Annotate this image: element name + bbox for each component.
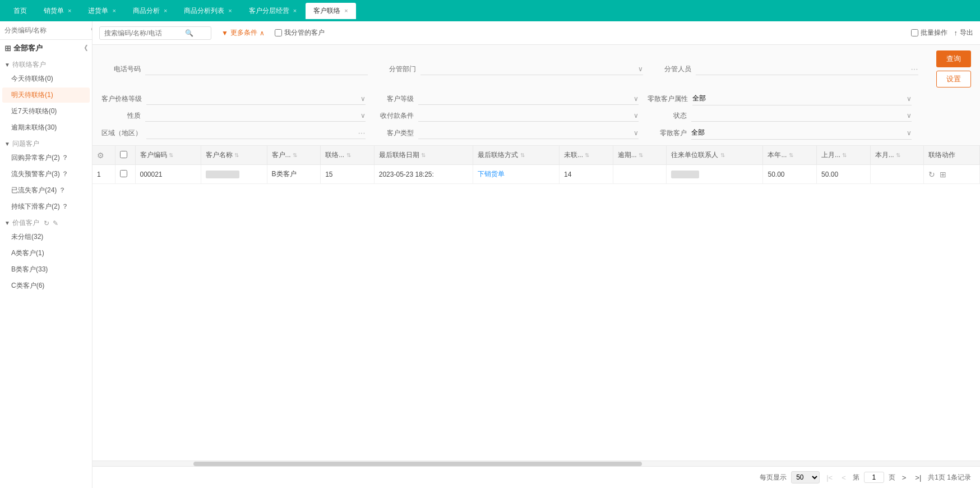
refresh-action-icon[interactable]: ↻ (928, 170, 935, 179)
sort-icon[interactable]: ⇅ (346, 152, 351, 158)
main-search-input[interactable] (104, 29, 183, 37)
close-icon[interactable]: × (228, 7, 232, 14)
filter-status: 状态 ∨ (648, 110, 912, 122)
sort-icon[interactable]: ⇅ (169, 152, 173, 158)
sidebar-all-customers[interactable]: ⊞ 全部客户 《 (0, 40, 92, 57)
sidebar-item-churned[interactable]: 已流失客户(24) ？ (2, 183, 90, 198)
sidebar-search-input[interactable] (4, 26, 89, 34)
filter-nature-select[interactable]: ∨ (145, 110, 366, 122)
row-checkbox[interactable] (120, 170, 127, 177)
sort-icon[interactable]: ⇅ (585, 152, 589, 158)
nav-item-home[interactable]: 首页 (6, 3, 35, 19)
batch-op-btn[interactable]: 批量操作 (911, 28, 947, 38)
settings-button[interactable]: 设置 (936, 71, 971, 88)
close-icon[interactable]: × (293, 7, 297, 14)
last-page-btn[interactable]: >| (913, 472, 923, 483)
sidebar-item-ungrouped[interactable]: 未分组(32) (2, 229, 90, 245)
sidebar-item-class-b[interactable]: B类客户(33) (2, 262, 90, 277)
nav-item-customer-contact[interactable]: 客户联络 × (306, 3, 355, 19)
sidebar-item-declining[interactable]: 持续下滑客户(2) ？ (2, 199, 90, 214)
prev-page-btn[interactable]: < (839, 472, 848, 483)
filter-retail-attr-select[interactable]: 全部 ∨ (692, 92, 912, 105)
filter-retail-customer: 零散客户 全部 ∨ (648, 126, 912, 140)
sidebar-item-today[interactable]: 今天待联络(0) (2, 71, 90, 86)
filter-customer-type-select[interactable]: ∨ (418, 127, 639, 139)
filter-phone-input[interactable] (145, 63, 368, 75)
nav-item-purchase[interactable]: 进货单 × (80, 3, 123, 19)
filter-region: 区域（地区） ··· (101, 127, 366, 139)
name-placeholder (206, 171, 239, 178)
sidebar-item-7days[interactable]: 近7天待联络(0) (2, 104, 90, 119)
cell-last-way: 下销货单 (473, 165, 560, 184)
grid-action-icon[interactable]: ⊞ (940, 170, 946, 179)
export-btn[interactable]: ↑ 导出 (954, 28, 974, 38)
filter-payment: 收付款条件 ∨ (375, 110, 639, 122)
company-contacts-placeholder (671, 171, 699, 178)
nav-item-product-list[interactable]: 商品分析列表 × (176, 3, 239, 19)
collapse-icon[interactable]: 《 (81, 44, 87, 53)
filter-price-level-label: 客户价格等级 (101, 94, 142, 104)
table-row: 1 000021 B类客户 15 2023-05-23 18:25: 下销货单 (93, 165, 980, 184)
filter-phone: 电话号码 (101, 63, 368, 75)
sort-icon[interactable]: ⇅ (720, 152, 725, 158)
my-customers-checkbox[interactable]: 我分管的客户 (275, 28, 325, 38)
first-page-btn[interactable]: |< (824, 472, 835, 483)
close-icon[interactable]: × (164, 7, 167, 14)
last-way-link[interactable]: 下销货单 (478, 170, 505, 178)
per-page-select[interactable]: 50 100 (791, 471, 820, 484)
query-button[interactable]: 查询 (936, 50, 971, 67)
edit-icon[interactable]: ✎ (53, 219, 58, 227)
col-name: 客户名称 ⇅ (201, 146, 267, 165)
page-number-input[interactable] (864, 472, 884, 483)
col-uncontacted: 未联... ⇅ (560, 146, 613, 165)
sidebar-search-area: 🔍 (0, 21, 92, 40)
sidebar: 🔍 ⊞ 全部客户 《 ▼ 待联络客户 今天待联络(0) 明天待联络(1) 近7天… (0, 21, 93, 488)
gear-icon[interactable]: ⚙ (97, 151, 104, 160)
filter-customer-level-select[interactable]: ∨ (418, 93, 639, 105)
nav-item-product-analysis[interactable]: 商品分析 × (125, 3, 175, 19)
close-icon[interactable]: × (112, 7, 115, 14)
sort-icon[interactable]: ⇅ (520, 152, 525, 158)
filter-payment-select[interactable]: ∨ (418, 110, 639, 122)
sort-icon[interactable]: ⇅ (639, 152, 643, 158)
sort-icon[interactable]: ⇅ (421, 152, 426, 158)
col-this-month-label: 本月... (875, 151, 894, 159)
filter-status-select[interactable]: ∨ (691, 110, 912, 122)
sidebar-item-churn-warning[interactable]: 流失预警客户(3) ？ (2, 167, 90, 182)
sidebar-item-tomorrow[interactable]: 明天待联络(1) (2, 88, 90, 103)
next-page-btn[interactable]: > (900, 472, 909, 483)
filter-customer-level-label: 客户等级 (375, 94, 414, 104)
sort-icon[interactable]: ⇅ (293, 152, 297, 158)
sidebar-item-repurchase-abnormal[interactable]: 回购异常客户(2) ？ (2, 150, 90, 165)
cell-last-date: 2023-05-23 18:25: (374, 165, 473, 184)
sidebar-item-class-a[interactable]: A类客户(1) (2, 246, 90, 261)
more-conditions-btn[interactable]: ▼ 更多条件 ∧ (217, 26, 269, 40)
filter-retail-customer-select[interactable]: 全部 ∨ (691, 126, 912, 140)
search-box[interactable]: 🔍 (99, 26, 211, 40)
scrollbar-thumb[interactable] (193, 462, 642, 466)
sort-icon[interactable]: ⇅ (234, 152, 239, 158)
export-icon: ↑ (954, 29, 958, 37)
filter-price-level-select[interactable]: ∨ (146, 93, 366, 105)
filter-person-input[interactable]: ··· (696, 63, 918, 75)
search-icon[interactable]: 🔍 (185, 29, 193, 37)
batch-op-check[interactable] (911, 29, 918, 36)
select-all-checkbox[interactable] (120, 151, 127, 158)
filter-region-input[interactable]: ··· (146, 127, 366, 139)
close-icon[interactable]: × (344, 7, 348, 14)
refresh-icon[interactable]: ↻ (44, 219, 49, 227)
arrow-icon: ▼ (4, 62, 10, 68)
my-customers-check[interactable] (275, 29, 282, 36)
sidebar-item-overdue[interactable]: 逾期未联络(30) (2, 120, 90, 135)
sort-icon[interactable]: ⇅ (842, 152, 847, 158)
filter-dept-select[interactable]: ∨ (420, 63, 643, 75)
close-icon[interactable]: × (68, 7, 71, 14)
nav-item-sales[interactable]: 销货单 × (36, 3, 79, 19)
sort-icon[interactable]: ⇅ (789, 152, 793, 158)
col-last-way: 最后联络方式 ⇅ (473, 146, 560, 165)
nav-item-customer-tier[interactable]: 客户分层经营 × (241, 3, 304, 19)
sort-icon[interactable]: ⇅ (896, 152, 900, 158)
chevron-down-icon: ∨ (907, 112, 912, 119)
horizontal-scrollbar[interactable] (93, 461, 980, 466)
sidebar-item-class-c[interactable]: C类客户(6) (2, 278, 90, 293)
